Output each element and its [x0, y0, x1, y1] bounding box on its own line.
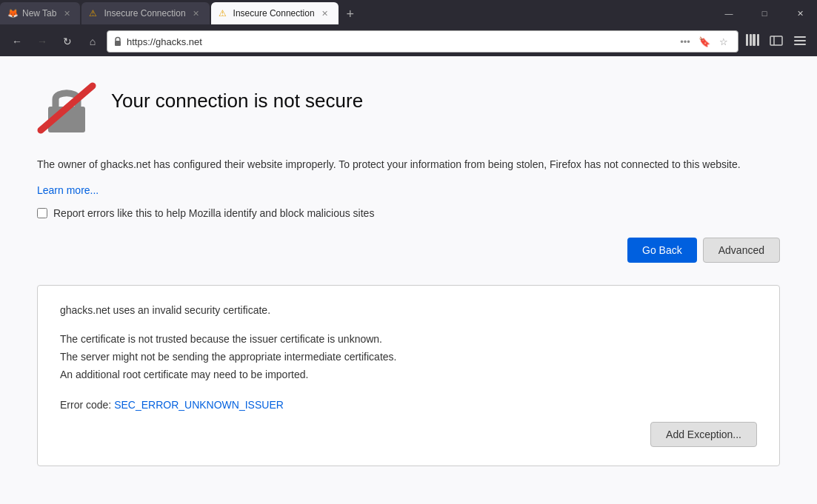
home-button[interactable]: ⌂ [81, 30, 104, 53]
page-content: Your connection is not secure The owner … [0, 56, 817, 504]
library-icon [746, 34, 759, 49]
tab-title-insecure-1: Insecure Connection [104, 8, 185, 19]
svg-rect-5 [770, 36, 782, 45]
go-back-button[interactable]: Go Back [627, 238, 697, 263]
tab-close-insecure-2[interactable]: ✕ [319, 7, 331, 19]
advanced-details-box: ghacks.net uses an invalid security cert… [37, 285, 780, 466]
cert-details-line2: The server might not be sending the appr… [60, 351, 396, 363]
error-code-row: Error code: SEC_ERROR_UNKNOWN_ISSUER [60, 399, 757, 411]
sidebar-button[interactable] [765, 30, 787, 53]
cert-details-line3: An additional root certificate may need … [60, 369, 308, 380]
minimize-icon: — [725, 9, 733, 18]
tab-title-insecure-2: Insecure Connection [233, 8, 315, 19]
cert-error-title: ghacks.net uses an invalid security cert… [60, 304, 757, 316]
more-actions-icon[interactable]: ••• [677, 33, 693, 50]
svg-rect-4 [757, 34, 759, 46]
address-text: https://ghacks.net [127, 36, 673, 47]
add-exception-button[interactable]: Add Exception... [650, 422, 757, 447]
tab-favicon-insecure-1: ⚠ [89, 8, 99, 19]
report-errors-label: Report errors like this to help Mozilla … [53, 207, 374, 219]
insecure-lock-icon [37, 78, 96, 138]
tab-close-insecure-1[interactable]: ✕ [190, 7, 202, 19]
maximize-button[interactable]: □ [747, 0, 781, 27]
tab-bar: 🦊 New Tab ✕ ⚠ Insecure Connection ✕ ⚠ In… [0, 2, 712, 24]
forward-icon: → [37, 36, 47, 47]
tab-insecure-2[interactable]: ⚠ Insecure Connection ✕ [211, 2, 339, 24]
cert-details-line1: The certificate is not trusted because t… [60, 333, 382, 345]
tab-favicon-insecure-2: ⚠ [219, 8, 229, 19]
error-description: The owner of ghacks.net has configured t… [37, 156, 780, 172]
close-icon: ✕ [797, 9, 804, 19]
cert-details: The certificate is not trusted because t… [60, 331, 757, 383]
new-tab-icon: + [346, 7, 354, 22]
page-title: Your connection is not secure [111, 78, 363, 112]
tab-close-new-tab[interactable]: ✕ [61, 7, 73, 19]
back-icon: ← [12, 36, 22, 47]
menu-button[interactable] [789, 30, 811, 53]
refresh-button[interactable]: ↻ [56, 30, 79, 53]
svg-rect-8 [794, 40, 806, 41]
tab-bar-row: 🦊 New Tab ✕ ⚠ Insecure Connection ✕ ⚠ In… [0, 0, 817, 27]
learn-more-link[interactable]: Learn more... [37, 184, 99, 196]
advanced-button[interactable]: Advanced [703, 238, 780, 263]
back-button[interactable]: ← [6, 30, 28, 53]
new-tab-button[interactable]: + [340, 4, 361, 24]
report-errors-row: Report errors like this to help Mozilla … [37, 207, 780, 219]
forward-button[interactable]: → [31, 30, 53, 53]
svg-rect-7 [794, 36, 806, 38]
svg-rect-0 [115, 41, 121, 46]
address-bar-icons: ••• 🔖 ☆ [677, 33, 732, 50]
nav-bar: ← → ↻ ⌂ https://ghacks.net ••• 🔖 ☆ [0, 27, 817, 56]
nav-right-buttons [741, 30, 811, 53]
minimize-button[interactable]: — [712, 0, 746, 27]
sidebar-icon [770, 36, 783, 48]
error-header: Your connection is not secure [37, 78, 780, 138]
action-button-row: Go Back Advanced [37, 238, 780, 263]
refresh-icon: ↻ [63, 36, 72, 47]
window-controls: — □ ✕ [712, 0, 817, 27]
tab-title-new-tab: New Tab [22, 8, 56, 19]
report-errors-checkbox[interactable] [37, 208, 47, 218]
add-exception-row: Add Exception... [60, 422, 757, 447]
address-bar[interactable]: https://ghacks.net ••• 🔖 ☆ [107, 30, 738, 53]
pocket-icon[interactable]: 🔖 [696, 33, 713, 50]
tab-favicon-new-tab: 🦊 [7, 8, 18, 19]
svg-rect-1 [746, 34, 748, 46]
home-icon: ⌂ [90, 36, 96, 47]
svg-rect-2 [750, 34, 752, 46]
bookmark-icon[interactable]: ☆ [716, 33, 732, 50]
maximize-icon: □ [762, 9, 767, 18]
tab-new-tab[interactable]: 🦊 New Tab ✕ [0, 2, 80, 24]
close-button[interactable]: ✕ [783, 0, 817, 27]
tab-insecure-1[interactable]: ⚠ Insecure Connection ✕ [81, 2, 209, 24]
library-button[interactable] [741, 30, 764, 53]
svg-rect-9 [794, 44, 806, 45]
browser-chrome: 🦊 New Tab ✕ ⚠ Insecure Connection ✕ ⚠ In… [0, 0, 817, 56]
address-lock-icon [113, 36, 122, 47]
svg-rect-3 [753, 34, 756, 46]
error-code-prefix: Error code: [60, 399, 114, 411]
error-code-link[interactable]: SEC_ERROR_UNKNOWN_ISSUER [114, 399, 284, 411]
menu-icon [794, 36, 806, 47]
